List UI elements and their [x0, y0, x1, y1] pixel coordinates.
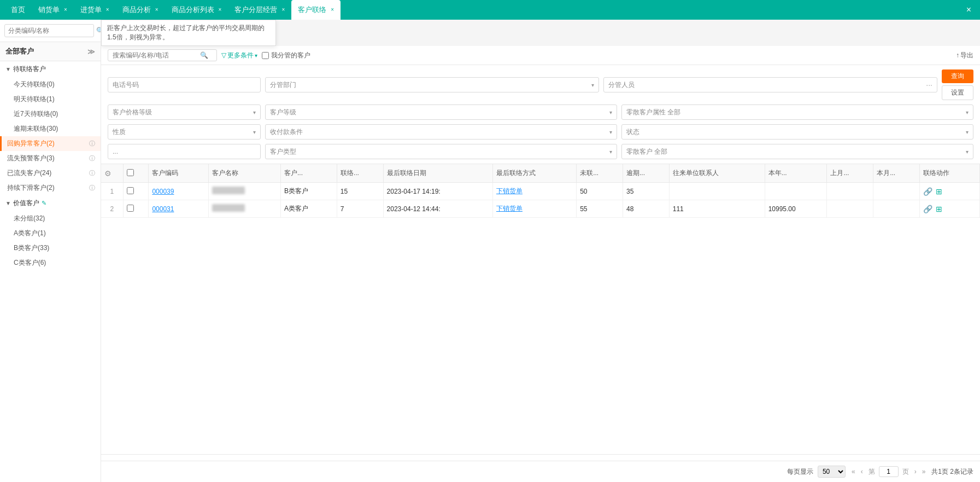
filter-status[interactable]: 状态 ▾: [621, 124, 973, 140]
select-all-checkbox[interactable]: [127, 169, 134, 176]
nav-product-analysis[interactable]: 商品分析 ×: [116, 0, 165, 20]
row-checkbox-2[interactable]: [123, 200, 149, 218]
top-nav: 首页 销货单 × 进货单 × 商品分析 × 商品分析列表 × 客户分层经营 × …: [0, 0, 980, 20]
sidebar-collapse-icon[interactable]: ≫: [87, 48, 95, 56]
action-link-icon-2[interactable]: 🔗: [923, 205, 932, 213]
row-1-checkbox[interactable]: [127, 187, 134, 194]
nav-product-analysis-close[interactable]: ×: [155, 0, 159, 20]
nav-purchase-close[interactable]: ×: [106, 0, 109, 20]
sidebar-search-input[interactable]: [4, 24, 94, 37]
filter-form: 电话号码 分管部门 ▾ 分管人员 ··· 查询 设置 客户价格等级: [101, 65, 980, 164]
nav-customer-contact[interactable]: 客户联络 ×: [291, 0, 341, 20]
filter-actions: 查询 设置: [942, 69, 973, 100]
row-2-checkbox[interactable]: [127, 205, 134, 212]
nav-customer-tier-close[interactable]: ×: [281, 0, 285, 20]
filter-retail-attr[interactable]: 零散客户属性 全部 ▾: [621, 104, 973, 120]
filter-bar: 🔍 ▽ 更多条件 ▾ 我分管的客户 ↑ 导出: [101, 46, 980, 65]
sidebar-ungroup[interactable]: 未分组(32): [0, 211, 101, 226]
manager-more-icon[interactable]: ···: [926, 80, 932, 89]
col-lastdate-header: 最后联络日期: [383, 164, 492, 183]
row-contacts-2: 111: [669, 200, 765, 218]
sidebar-search-icon[interactable]: 🔍: [96, 27, 101, 34]
my-customers-check[interactable]: [262, 52, 269, 59]
sidebar-b-class[interactable]: B类客户(33): [0, 241, 101, 255]
nav-home[interactable]: 首页: [4, 0, 32, 20]
filter-customer-type[interactable]: 客户类型 ▾: [265, 144, 617, 159]
value-edit-icon[interactable]: ✎: [42, 200, 46, 207]
first-page-btn[interactable]: «: [850, 468, 857, 475]
filter-customer-level[interactable]: 客户等级 ▾: [265, 104, 617, 120]
nav-product-list[interactable]: 商品分析列表 ×: [165, 0, 228, 20]
table-settings-icon[interactable]: ⚙: [104, 169, 112, 178]
row-thisyear-2: 10995.00: [765, 200, 827, 218]
filter-retail-customer[interactable]: 零散客户 全部 ▾: [621, 144, 973, 159]
nav-customer-tier[interactable]: 客户分层经营 ×: [228, 0, 291, 20]
nav-sales-close[interactable]: ×: [64, 0, 67, 20]
next-page-btn[interactable]: ›: [913, 468, 918, 475]
info-icon-repurchase: ⓘ: [89, 140, 95, 148]
row-type-2: A类客户: [281, 200, 337, 218]
per-page-select[interactable]: 20 50 100: [818, 466, 846, 478]
sidebar-7day-contact[interactable]: 近7天待联络(0): [0, 107, 101, 121]
row-num-2: 2: [101, 200, 123, 218]
row-contact-2: 7: [337, 200, 383, 218]
last-page-btn[interactable]: »: [920, 468, 928, 475]
pagination: 每页显示 20 50 100 « ‹ 第 页 › » 共1页 2条记录: [101, 461, 980, 482]
query-button[interactable]: 查询: [942, 69, 973, 83]
filter-row-1: 电话号码 分管部门 ▾ 分管人员 ··· 查询 设置: [108, 69, 973, 100]
sidebar-declining-customers[interactable]: 持续下滑客户(2) ⓘ: [0, 181, 101, 195]
action-link-icon-1[interactable]: 🔗: [923, 187, 932, 196]
table-row: 1 000039 B类客户 15 2023-04-17 14:19:: [101, 183, 980, 200]
sidebar-a-class[interactable]: A类客户(1): [0, 226, 101, 241]
export-button[interactable]: ↑ 导出: [956, 51, 973, 60]
more-conditions-button[interactable]: ▽ 更多条件 ▾: [221, 51, 257, 60]
filter-manager[interactable]: 分管人员 ···: [603, 77, 937, 92]
col-unread-header: 未联...: [577, 164, 623, 183]
nav-customer-contact-close[interactable]: ×: [331, 0, 334, 20]
sidebar-tomorrow-contact[interactable]: 明天待联络(1): [0, 92, 101, 107]
sidebar-search-box: 🔍: [0, 20, 101, 42]
sidebar-overdue-contact[interactable]: 逾期未联络(30): [0, 121, 101, 136]
prev-page-btn[interactable]: ‹: [859, 468, 865, 475]
all-customers-header: 全部客户 ≫: [0, 42, 101, 61]
col-contact-header: 联络...: [337, 164, 383, 183]
sidebar: 🔍 全部客户 ≫ ▼ 待联络客户 今天待联络(0) 明天待联络(1) 近7天待联…: [0, 20, 101, 482]
settings-button[interactable]: 设置: [942, 85, 973, 100]
filter-row-4: ... 客户类型 ▾ 零散客户 全部 ▾: [108, 144, 973, 159]
action-grid-icon-2[interactable]: ⊞: [936, 205, 942, 213]
h-scrollbar[interactable]: [101, 454, 980, 461]
export-icon: ↑: [956, 51, 959, 59]
total-label: 共1页 2条记录: [931, 467, 973, 477]
value-customer-header[interactable]: ▼ 价值客户 ✎: [0, 195, 101, 211]
sidebar-loss-warning[interactable]: 流失预警客户(3) ⓘ: [0, 151, 101, 166]
nav-purchase[interactable]: 进货单 ×: [74, 0, 116, 20]
nav-product-list-close[interactable]: ×: [219, 0, 222, 20]
close-all-button[interactable]: ×: [962, 5, 976, 15]
search-input[interactable]: [113, 51, 200, 59]
filter-nature[interactable]: 性质 ▾: [108, 124, 261, 140]
action-grid-icon-1[interactable]: ⊞: [936, 187, 942, 196]
filter-row-2: 客户价格等级 ▾ 客户等级 ▾ 零散客户属性 全部 ▾: [108, 104, 973, 120]
row-unread-1: 50: [577, 183, 623, 200]
filter-payment[interactable]: 收付款条件 ▾: [265, 124, 617, 140]
filter-misc[interactable]: ...: [108, 144, 261, 159]
nav-sales[interactable]: 销货单 ×: [32, 0, 74, 20]
col-thisyear-header: 本年...: [765, 164, 827, 183]
my-customers-checkbox[interactable]: 我分管的客户: [262, 51, 310, 60]
page-input[interactable]: [879, 466, 899, 477]
row-name-2: [209, 200, 281, 218]
status-dropdown-icon: ▾: [966, 129, 969, 135]
customer-table: ⚙ 客户编码 客户名称 客户...: [101, 164, 980, 218]
filter-phone[interactable]: 电话号码: [108, 77, 261, 92]
sidebar-today-contact[interactable]: 今天待联络(0): [0, 77, 101, 92]
row-checkbox-1[interactable]: [123, 183, 149, 200]
sidebar-c-class[interactable]: C类客户(6): [0, 255, 101, 270]
filter-dept[interactable]: 分管部门 ▾: [265, 77, 599, 92]
search-icon[interactable]: 🔍: [200, 51, 208, 59]
sidebar-repurchase-abnormal[interactable]: 回购异常客户(2) ⓘ: [0, 136, 101, 151]
pending-contact-header[interactable]: ▼ 待联络客户: [0, 61, 101, 77]
info-icon-loss: ⓘ: [89, 154, 95, 162]
row-lastmethod-2: 下销货单: [492, 200, 576, 218]
filter-price-level[interactable]: 客户价格等级 ▾: [108, 104, 261, 120]
sidebar-lost-customers[interactable]: 已流失客户(24) ⓘ: [0, 166, 101, 181]
